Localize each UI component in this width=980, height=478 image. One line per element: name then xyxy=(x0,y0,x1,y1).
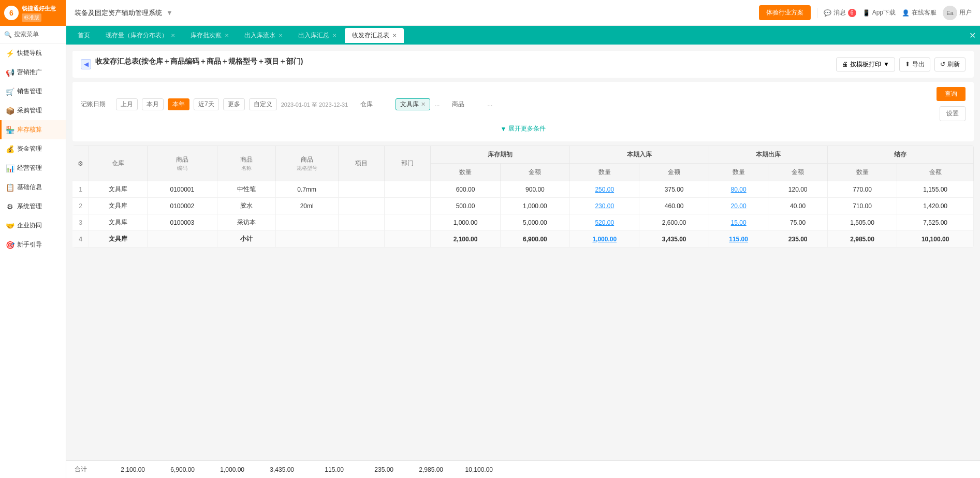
table-row: 1 文具库 0100001 中性笔 0.7mm 600.00 900.00 25… xyxy=(72,181,974,198)
sidebar-item-operation[interactable]: 📊 经营管理 xyxy=(0,158,66,178)
row-out-qty[interactable]: 80.00 xyxy=(709,181,768,198)
sidebar-item-marketing[interactable]: 📢 营销推广 xyxy=(0,63,66,82)
warehouse-more-btn[interactable]: ... xyxy=(434,100,440,108)
refresh-btn[interactable]: ↺ 刷新 xyxy=(934,57,966,71)
tab-stock-dist[interactable]: 现存量（库存分布表） ✕ xyxy=(98,28,182,43)
table-row: 2 文具库 0100002 胶水 20ml 500.00 1,000.00 23… xyxy=(72,198,974,214)
tab-inout-summary[interactable]: 出入库汇总 ✕ xyxy=(291,28,344,43)
online-service-btn[interactable]: 👤 在线客服 xyxy=(902,8,937,17)
date-range-display: 2023-01-01 至 2023-12-31 xyxy=(281,101,348,109)
sidebar-item-system[interactable]: ⚙ 系统管理 xyxy=(0,197,66,216)
row-name: 采访本 xyxy=(217,214,275,231)
row-project xyxy=(338,214,384,231)
subtotal-bal-qty: 2,985.00 xyxy=(827,231,897,248)
subtotal-in-amt: 3,435.00 xyxy=(639,231,709,248)
date-btn-last-month[interactable]: 上月 xyxy=(116,98,138,110)
app-download-btn[interactable]: 📱 App下载 xyxy=(862,8,896,17)
row-open-amt: 1,000.00 xyxy=(500,198,569,214)
in-amt-header: 金额 xyxy=(639,164,709,181)
page-actions: 🖨 按模板打印 ▼ ⬆ 导出 ↺ 刷新 xyxy=(836,57,966,71)
system-icon: ⚙ xyxy=(6,202,14,211)
date-btn-this-year[interactable]: 本年 xyxy=(168,98,189,110)
sidebar-item-inventory[interactable]: 🏪 库存核算 xyxy=(0,120,66,139)
tab-label: 现存量（库存分布表） xyxy=(106,31,168,40)
row-bal-qty: 770.00 xyxy=(827,181,897,198)
print-btn[interactable]: 🖨 按模板打印 ▼ xyxy=(836,57,895,71)
experience-btn[interactable]: 体验行业方案 xyxy=(759,5,811,20)
tab-close-icon[interactable]: ✕ xyxy=(279,33,283,38)
tab-receive-summary[interactable]: 收发存汇总表 ✕ xyxy=(345,28,404,43)
row-open-amt: 5,000.00 xyxy=(500,214,569,231)
refresh-icon: ↺ xyxy=(940,61,945,68)
subtotal-in-qty[interactable]: 1,000.00 xyxy=(570,231,639,248)
query-btn[interactable]: 查询 xyxy=(937,87,966,101)
user-btn[interactable]: Ea 用户 xyxy=(943,6,972,20)
tab-close-icon[interactable]: ✕ xyxy=(225,33,229,38)
sidebar-item-enterprise[interactable]: 🤝 企业协同 xyxy=(0,216,66,235)
data-table: ⚙ 仓库 商品编码 商品名称 商品规格型号 项目 部门 库存期初 本期入库 本期… xyxy=(72,146,974,248)
row-code: 0100003 xyxy=(148,214,217,231)
sidebar-item-newbie[interactable]: 🎯 新手引导 xyxy=(0,235,66,254)
close-all-tabs-btn[interactable]: ✕ xyxy=(969,31,976,40)
message-label: 消息 xyxy=(833,8,846,17)
subtotal-code xyxy=(148,231,217,248)
topbar: 装备及固定资产辅助管理系统 ▼ 体验行业方案 💬 消息 6 📱 App下载 👤 … xyxy=(66,0,980,26)
row-warehouse: 文具库 xyxy=(89,198,148,214)
tab-inout-flow[interactable]: 出入库流水 ✕ xyxy=(237,28,290,43)
dept-col-header: 部门 xyxy=(385,146,431,181)
goods-more-btn[interactable]: ... xyxy=(487,100,492,108)
row-num: 2 xyxy=(72,198,89,214)
opening-qty-header: 数量 xyxy=(431,164,500,181)
sidebar-item-label: 新手引导 xyxy=(17,240,42,249)
export-btn[interactable]: ⬆ 导出 xyxy=(899,57,930,71)
subtotal-out-qty[interactable]: 115.00 xyxy=(709,231,768,248)
logo-icon: 6 xyxy=(4,6,19,20)
row-bal-amt: 1,155.00 xyxy=(897,181,974,198)
newbie-icon: 🎯 xyxy=(6,241,14,249)
subtotal-project xyxy=(338,231,384,248)
message-btn[interactable]: 💬 消息 6 xyxy=(824,8,856,17)
tab-home[interactable]: 首页 xyxy=(70,28,97,43)
balance-col-header: 结存 xyxy=(827,146,973,164)
row-out-qty[interactable]: 15.00 xyxy=(709,214,768,231)
row-in-qty[interactable]: 520.00 xyxy=(570,214,639,231)
search-icon: 🔍 xyxy=(4,31,12,38)
tab-close-icon[interactable]: ✕ xyxy=(171,33,175,38)
tab-close-icon[interactable]: ✕ xyxy=(392,33,397,38)
export-label: 导出 xyxy=(912,60,925,69)
sidebar-item-quick-nav[interactable]: ⚡ 快捷导航 xyxy=(0,44,66,63)
warehouse-col-header: 仓库 xyxy=(89,146,148,181)
expand-conditions-btn[interactable]: ▼ 展开更多条件 xyxy=(501,124,546,133)
sidebar-item-label: 经营管理 xyxy=(17,164,42,172)
sidebar-item-purchase[interactable]: 📦 采购管理 xyxy=(0,101,66,120)
sidebar-item-basic[interactable]: 📋 基础信息 xyxy=(0,178,66,197)
tab-close-icon[interactable]: ✕ xyxy=(332,33,337,38)
row-project xyxy=(338,198,384,214)
row-spec: 0.7mm xyxy=(275,181,338,198)
footer-bal-amt: 10,100.00 xyxy=(451,466,493,473)
sidebar-item-finance[interactable]: 💰 资金管理 xyxy=(0,139,66,158)
sidebar-item-label: 采购管理 xyxy=(17,106,42,115)
settings-col-header[interactable]: ⚙ xyxy=(72,146,89,181)
date-btn-custom[interactable]: 自定义 xyxy=(249,98,277,110)
in-qty-header: 数量 xyxy=(570,164,639,181)
date-btn-more[interactable]: 更多 xyxy=(223,98,245,110)
row-out-qty[interactable]: 20.00 xyxy=(709,198,768,214)
row-in-qty[interactable]: 250.00 xyxy=(570,181,639,198)
row-in-qty[interactable]: 230.00 xyxy=(570,198,639,214)
date-btn-this-month[interactable]: 本月 xyxy=(142,98,164,110)
content-area: ◀ 收发存汇总表(按仓库＋商品编码＋商品＋规格型号＋项目＋部门) 🖨 按模板打印… xyxy=(66,45,980,460)
warehouse-remove-btn[interactable]: ✕ xyxy=(421,101,426,108)
search-menu[interactable]: 🔍 搜索菜单 xyxy=(0,26,66,44)
goods-name-col-header: 商品名称 xyxy=(217,146,275,181)
marketing-icon: 📢 xyxy=(6,68,14,77)
footer-open-amt: 6,900.00 xyxy=(153,466,195,473)
filter-settings-btn[interactable]: 设置 xyxy=(940,106,966,121)
collapse-btn[interactable]: ◀ xyxy=(81,59,91,69)
tab-batch[interactable]: 库存批次账 ✕ xyxy=(183,28,236,43)
date-btn-7days[interactable]: 近7天 xyxy=(194,98,219,110)
service-icon: 👤 xyxy=(902,9,910,17)
sidebar-item-sales[interactable]: 🛒 销售管理 xyxy=(0,82,66,101)
app-download-label: App下载 xyxy=(872,8,896,17)
row-name: 中性笔 xyxy=(217,181,275,198)
